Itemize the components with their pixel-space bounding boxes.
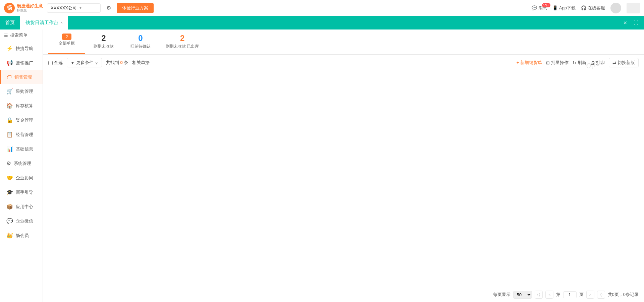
system-icon: ⚙ xyxy=(6,160,11,167)
app-download-button[interactable]: 📱 App下载 xyxy=(552,5,576,11)
stat-overdue-out-count: 2 xyxy=(180,34,184,43)
finance-icon: 🔒 xyxy=(6,117,13,123)
stat-tab-wangwang[interactable]: 0 旺辅待确认 xyxy=(122,29,159,54)
switch-icon: ⇄ xyxy=(612,60,616,65)
filter-button[interactable]: ▼ 更多条件 ∨ xyxy=(67,58,102,67)
refresh-button[interactable]: ↻ 刷新 xyxy=(573,60,586,66)
refresh-label: 刷新 xyxy=(578,60,586,66)
logo-area: 畅 畅捷通好生意 标准版 xyxy=(4,3,47,13)
tab-home[interactable]: 首页 xyxy=(0,16,20,29)
stat-overdue-count: 2 xyxy=(101,34,106,43)
member-icon: 👑 xyxy=(6,232,13,239)
print-button[interactable]: 🖨 打印 xyxy=(590,60,605,66)
sidebar-item-inventory[interactable]: 🏠 库存核算 xyxy=(0,99,43,113)
switch-version-button[interactable]: ⇄ 切换新版 xyxy=(609,58,639,67)
pagination-bar: 每页显示 50 100 200 ⟨⟨ ＜ 第 页 ＞ ⟩⟩ 共0页，0条记录 xyxy=(43,287,644,302)
sidebar-item-marketing[interactable]: 📢 营销推广 xyxy=(0,56,43,70)
inventory-icon: 🏠 xyxy=(6,103,13,109)
message-button[interactable]: 💬 消息 99+ xyxy=(532,5,547,11)
page-number-input[interactable] xyxy=(563,291,577,298)
stat-tab-overdue[interactable]: 2 到期未收款 xyxy=(85,29,122,54)
sidebar-label-inventory: 库存核算 xyxy=(16,103,33,109)
sidebar-item-app-center[interactable]: 📦 应用中心 xyxy=(0,199,43,214)
logo-subtitle: 标准版 xyxy=(17,8,43,12)
sidebar-label-app-center: 应用中心 xyxy=(16,204,33,210)
sidebar-label-member: 畅会员 xyxy=(16,233,29,239)
sidebar-label-weixin: 企业微信 xyxy=(16,218,33,224)
sidebar-label-marketing: 营销推广 xyxy=(16,60,33,66)
filter-chevron-icon: ∨ xyxy=(95,60,98,65)
toolbar: 全选 ▼ 更多条件 ∨ 共找到 0 条 相关单据 + 新增销货单 ⊞ xyxy=(43,55,644,71)
select-all-input[interactable] xyxy=(48,61,53,65)
stat-tab-all[interactable]: 2 全部单据 xyxy=(48,29,85,54)
nav-expand-button[interactable]: ⛶ xyxy=(631,17,641,28)
sidebar-label-quick-nav: 快捷导航 xyxy=(16,46,33,52)
page-size-select[interactable]: 50 100 200 xyxy=(513,291,532,299)
company-selector[interactable]: XXXXXX公司 ▼ xyxy=(47,3,101,13)
select-all-checkbox[interactable]: 全选 xyxy=(48,60,63,66)
switch-label: 切换新版 xyxy=(618,60,635,66)
prev-page-button[interactable]: ＜ xyxy=(545,291,553,299)
batch-operations-button[interactable]: ⊞ 批量操作 xyxy=(546,60,569,66)
batch-icon: ⊞ xyxy=(546,60,550,65)
last-page-button[interactable]: ⟩⟩ xyxy=(597,291,605,299)
header-right: 💬 消息 99+ 📱 App下载 🎧 在线客服 xyxy=(532,3,640,13)
filter-label: 更多条件 xyxy=(76,60,94,66)
stat-all-count: 2 xyxy=(62,34,71,40)
print-icon: 🖨 xyxy=(590,60,595,65)
first-page-button[interactable]: ⟨⟨ xyxy=(535,291,543,299)
company-name: XXXXXX公司 xyxy=(51,5,77,11)
sales-icon: 🏷 xyxy=(6,74,12,80)
sidebar-item-cooperation[interactable]: 🤝 企业协同 xyxy=(0,171,43,185)
sidebar-item-system[interactable]: ⚙ 系统管理 xyxy=(0,156,43,171)
sidebar-item-basic-info[interactable]: 📊 基础信息 xyxy=(0,142,43,156)
search-menu-button[interactable]: ☰ 搜索菜单 xyxy=(0,29,43,41)
settings-button[interactable]: ⚙ xyxy=(103,3,114,13)
online-service-button[interactable]: 🎧 在线客服 xyxy=(581,5,605,11)
content-area: 2 全部单据 2 到期未收款 0 旺辅待确认 2 到期未收款 已出库 xyxy=(43,29,644,302)
quick-nav-icon: ⚡ xyxy=(6,45,13,52)
cooperation-icon: 🤝 xyxy=(6,175,13,181)
sidebar: ☰ 搜索菜单 ⚡ 快捷导航 📢 营销推广 🏷 销售管理 🛒 采购管理 🏠 库存核… xyxy=(0,29,43,302)
table-area xyxy=(43,71,644,287)
page-label-suffix: 页 xyxy=(579,292,584,298)
top-header: 畅 畅捷通好生意 标准版 XXXXXX公司 ▼ ⚙ 体验行业方案 💬 消息 99… xyxy=(0,0,644,16)
sidebar-item-purchase[interactable]: 🛒 采购管理 xyxy=(0,84,43,99)
stat-tab-overdue-out[interactable]: 2 到期未收款 已出库 xyxy=(159,29,206,54)
sidebar-label-basic-info: 基础信息 xyxy=(16,146,33,152)
add-sales-order-button[interactable]: + 新增销货单 xyxy=(517,60,542,66)
guide-icon: 🎓 xyxy=(6,189,13,195)
tab-close-icon[interactable]: × xyxy=(60,20,63,25)
logo-text: 畅捷通好生意 标准版 xyxy=(17,3,43,13)
avatar[interactable] xyxy=(610,3,621,13)
tab-workbench[interactable]: 钱货日清工作台 × xyxy=(20,16,68,29)
trial-button[interactable]: 体验行业方案 xyxy=(117,3,154,13)
sidebar-label-finance: 资金管理 xyxy=(16,117,33,123)
stats-tabs: 2 全部单据 2 到期未收款 0 旺辅待确认 2 到期未收款 已出库 xyxy=(43,29,644,55)
nav-collapse-button[interactable]: ✕ xyxy=(620,17,631,28)
app-download-label: App下载 xyxy=(559,5,576,11)
user-name-area[interactable] xyxy=(627,3,640,13)
online-service-label: 在线客服 xyxy=(588,5,605,11)
select-all-label: 全选 xyxy=(54,60,63,66)
sidebar-item-guide[interactable]: 🎓 新手引导 xyxy=(0,185,43,199)
purchase-icon: 🛒 xyxy=(6,88,13,95)
sidebar-item-finance[interactable]: 🔒 资金管理 xyxy=(0,113,43,127)
sidebar-label-purchase: 采购管理 xyxy=(16,88,33,95)
sidebar-item-member[interactable]: 👑 畅会员 xyxy=(0,228,43,243)
sidebar-item-operations[interactable]: 📋 经营管理 xyxy=(0,127,43,142)
stat-all-label: 全部单据 xyxy=(59,41,75,46)
sidebar-item-quick-nav[interactable]: ⚡ 快捷导航 xyxy=(0,41,43,56)
sidebar-label-system: 系统管理 xyxy=(14,161,31,167)
found-text: 共找到 0 条 xyxy=(106,60,128,66)
sidebar-item-sales[interactable]: 🏷 销售管理 xyxy=(0,70,43,84)
next-page-button[interactable]: ＞ xyxy=(586,291,594,299)
logo-title: 畅捷通好生意 xyxy=(17,3,43,9)
marketing-icon: 📢 xyxy=(6,60,13,66)
page-label: 第 xyxy=(556,292,560,298)
sidebar-item-weixin[interactable]: 💬 企业微信 xyxy=(0,214,43,228)
main-layout: ☰ 搜索菜单 ⚡ 快捷导航 📢 营销推广 🏷 销售管理 🛒 采购管理 🏠 库存核… xyxy=(0,29,644,302)
found-prefix: 共找到 xyxy=(106,60,119,65)
nav-tabs: 首页 钱货日清工作台 × ✕ ⛶ xyxy=(0,16,644,29)
related-label: 相关单据 xyxy=(132,60,150,66)
